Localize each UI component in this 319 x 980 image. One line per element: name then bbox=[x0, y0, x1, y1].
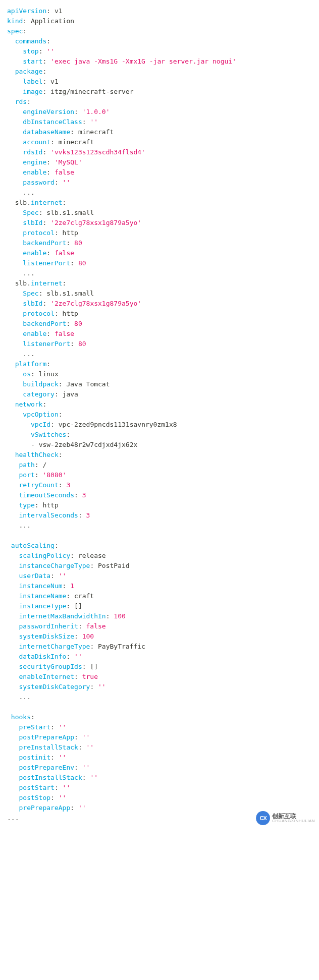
yaml-key: listenerPort bbox=[23, 340, 70, 348]
yaml-key: vpcOption bbox=[23, 411, 58, 418]
yaml-key: instanceChargeType bbox=[19, 562, 90, 569]
watermark-logo-icon: CX bbox=[256, 811, 270, 825]
yaml-key: slbId bbox=[23, 300, 42, 307]
yaml-val: 80 bbox=[78, 340, 86, 348]
yaml-key: engine bbox=[23, 158, 46, 166]
yaml-key: account bbox=[23, 138, 50, 146]
yaml-val: [] bbox=[90, 663, 98, 670]
yaml-key: timeoutSeconds bbox=[19, 491, 74, 499]
yaml-val: true bbox=[82, 673, 98, 680]
yaml-key: hooks bbox=[11, 713, 31, 721]
yaml-val: '' bbox=[90, 118, 98, 126]
yaml-val: linux bbox=[39, 370, 59, 378]
yaml-val: '' bbox=[82, 764, 90, 771]
yaml-key: start bbox=[23, 57, 42, 65]
yaml-val: / bbox=[42, 461, 46, 469]
yaml-val: 100 bbox=[82, 632, 94, 640]
yaml-key: instanceNum bbox=[19, 582, 62, 590]
yaml-key: protocol bbox=[23, 229, 55, 237]
yaml-key: postStop bbox=[19, 794, 50, 801]
yaml-val: 1 bbox=[70, 582, 74, 590]
yaml-key: platform bbox=[15, 360, 47, 368]
yaml-key: preInstallStack bbox=[19, 743, 78, 751]
yaml-val: http bbox=[63, 229, 78, 237]
yaml-val: 3 bbox=[82, 491, 86, 499]
yaml-key: engineVersion bbox=[23, 108, 74, 116]
yaml-key: healthCheck bbox=[15, 451, 59, 458]
yaml-key: vpcId bbox=[31, 421, 50, 428]
yaml-val: '1.0.0' bbox=[82, 108, 110, 116]
watermark-subtitle: CHUANGXINHULIAN bbox=[272, 819, 315, 823]
yaml-val: slb.s1.small bbox=[46, 209, 94, 216]
yaml-val: 3 bbox=[66, 481, 70, 489]
yaml-key: securityGroupIds bbox=[19, 663, 82, 670]
yaml-val: '' bbox=[74, 653, 82, 660]
yaml-val: '2ze7clg78xsx1g879a5yo' bbox=[50, 300, 141, 307]
yaml-val: v1 bbox=[55, 7, 63, 15]
yaml-val: 'MySQL' bbox=[55, 158, 82, 166]
yaml-key: intervalSeconds bbox=[19, 511, 78, 519]
yaml-key: passwordInherit bbox=[19, 622, 78, 630]
yaml-key: port bbox=[19, 471, 34, 479]
yaml-key: internetChargeType bbox=[19, 643, 90, 650]
yaml-val: false bbox=[86, 622, 106, 630]
yaml-key: commands bbox=[15, 37, 47, 45]
yaml-val: Java Tomcat bbox=[66, 380, 110, 388]
yaml-key: slb bbox=[15, 279, 27, 287]
yaml-val: '' bbox=[59, 723, 67, 731]
yaml-val: '' bbox=[90, 774, 98, 781]
yaml-val: http bbox=[42, 501, 58, 509]
yaml-key: postPrepareApp bbox=[19, 733, 74, 741]
yaml-key: label bbox=[23, 78, 42, 85]
yaml-key: internetMaxBandwidthIn bbox=[19, 612, 105, 620]
yaml-key: backendPort bbox=[23, 320, 66, 327]
yaml-key: enable bbox=[23, 249, 46, 257]
yaml-val: minecraft bbox=[78, 128, 114, 136]
yaml-key: internet bbox=[31, 199, 63, 206]
ellipsis: ... bbox=[7, 814, 19, 822]
yaml-key: systemDiskCategory bbox=[19, 683, 90, 690]
yaml-key: postPrepareEnv bbox=[19, 764, 74, 771]
yaml-key: systemDiskSize bbox=[19, 632, 74, 640]
watermark: CX 创新互联 CHUANGXINHULIAN bbox=[256, 811, 315, 825]
yaml-key: databaseName bbox=[23, 128, 70, 136]
yaml-key: buildpack bbox=[23, 380, 58, 388]
yaml-val: vsw-2zeb48r2w7cdjxd4jx62x bbox=[39, 441, 138, 448]
yaml-val: 3 bbox=[86, 511, 90, 519]
yaml-key: spec bbox=[7, 27, 23, 35]
yaml-key: Spec bbox=[23, 290, 38, 297]
yaml-key: category bbox=[23, 390, 55, 398]
yaml-key: postinit bbox=[19, 754, 50, 761]
yaml-key: internet bbox=[31, 279, 63, 287]
yaml-key: network bbox=[15, 400, 43, 408]
yaml-val: 80 bbox=[74, 239, 82, 247]
yaml-val: 'exec java -Xms1G -Xmx1G -jar server.jar… bbox=[50, 57, 236, 65]
yaml-val: release bbox=[78, 552, 106, 559]
yaml-key: rds bbox=[15, 98, 27, 105]
yaml-key: type bbox=[19, 501, 34, 509]
yaml-val: '' bbox=[46, 47, 55, 55]
ellipsis: ... bbox=[23, 269, 34, 277]
yaml-val: false bbox=[55, 249, 74, 257]
yaml-key: postInstallStack bbox=[19, 774, 82, 781]
yaml-key: vSwitches bbox=[31, 431, 66, 438]
yaml-key: rdsId bbox=[23, 148, 42, 156]
yaml-val: http bbox=[63, 310, 78, 317]
yaml-val: craft bbox=[74, 592, 94, 600]
yaml-key: os bbox=[23, 370, 31, 378]
yaml-key: retryCount bbox=[19, 481, 58, 489]
yaml-val: Application bbox=[31, 17, 74, 25]
yaml-key: dataDiskInfo bbox=[19, 653, 66, 660]
yaml-val: vpc-2zed9pncds1131savnry0zm1x8 bbox=[59, 421, 177, 428]
yaml-val: 80 bbox=[74, 320, 82, 327]
ellipsis: ... bbox=[19, 522, 30, 529]
yaml-key: scalingPolicy bbox=[19, 552, 70, 559]
yaml-key: enable bbox=[23, 330, 46, 337]
yaml-val: '' bbox=[86, 743, 94, 751]
ellipsis: ... bbox=[23, 189, 34, 196]
yaml-key: slb bbox=[15, 199, 27, 206]
yaml-val: '' bbox=[59, 794, 67, 801]
yaml-key: backendPort bbox=[23, 239, 66, 247]
yaml-val: PostPaid bbox=[98, 562, 130, 569]
yaml-key: instanceType bbox=[19, 602, 66, 610]
